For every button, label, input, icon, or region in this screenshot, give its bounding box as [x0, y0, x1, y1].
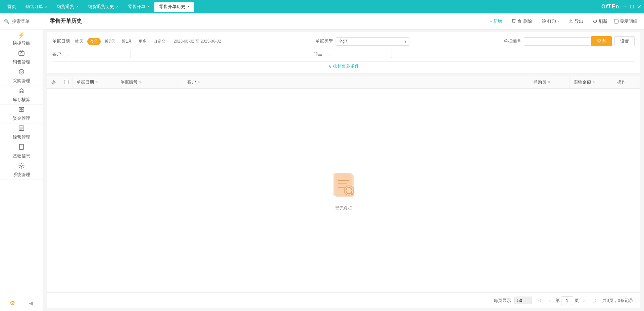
customer-more-icon[interactable]: ···: [132, 51, 137, 57]
th-guide[interactable]: 导购员 ⇅: [529, 76, 569, 88]
tab-sales-return[interactable]: 销货退货 ×: [52, 2, 83, 12]
th-amount[interactable]: 实销金额 ⇅: [569, 76, 613, 88]
refresh-button[interactable]: 刷新: [590, 17, 610, 26]
svg-point-1: [21, 53, 22, 54]
page-input[interactable]: [561, 296, 573, 305]
inventory-icon: [18, 88, 24, 95]
export-button[interactable]: 导出: [566, 17, 586, 26]
svg-point-8: [20, 165, 22, 167]
sidebar-item-inventory[interactable]: 库存核算: [0, 86, 43, 105]
shortcut-custom[interactable]: 自定义: [151, 38, 168, 45]
page-nav: ⟨⟨ ＜ 第 页 ＞ ⟩⟩: [535, 296, 599, 305]
collapse-sidebar-icon[interactable]: ◀: [29, 300, 33, 306]
print-button[interactable]: 打印 ▾: [539, 17, 562, 26]
per-page-select[interactable]: 20 50 100: [514, 297, 532, 304]
goods-more-icon[interactable]: ···: [393, 51, 398, 57]
sidebar-item-base-info[interactable]: 基础信息: [0, 142, 43, 161]
filter-area: 单据日期 昨天 今天 近7天 近1月 更多 自定义 2023-06-02 至 2…: [47, 32, 640, 73]
minimize-icon[interactable]: ─: [623, 4, 627, 10]
date-filter-label: 单据日期: [52, 38, 70, 44]
tab-sales-order[interactable]: 销售订单 ×: [21, 2, 52, 12]
refresh-icon: [593, 18, 597, 24]
select-all-checkbox[interactable]: [64, 80, 68, 84]
first-page-button[interactable]: ⟨⟨: [535, 296, 544, 305]
th-date[interactable]: 单据日期 ⇅: [72, 76, 116, 88]
collapse-bar[interactable]: ∧ 收起更多条件: [52, 61, 635, 70]
goods-input[interactable]: [325, 50, 392, 58]
sidebar-item-label: 资金管理: [13, 115, 30, 121]
tab-home[interactable]: 首页: [3, 2, 21, 12]
guide-sort-icon: ⇅: [548, 80, 550, 84]
close-icon[interactable]: ×: [147, 4, 150, 9]
next-page-button[interactable]: ＞: [580, 296, 589, 305]
display-detail-checkbox[interactable]: 显示明细: [614, 18, 637, 24]
customer-filter-label: 客户: [52, 51, 61, 57]
svg-point-11: [53, 82, 54, 83]
th-customer[interactable]: 客户 ⇅: [183, 76, 529, 88]
sidebar-item-finance[interactable]: 资金管理: [0, 105, 43, 123]
amount-sort-icon: ⇅: [592, 80, 595, 84]
close-icon[interactable]: ×: [45, 4, 47, 9]
brand-label: OfTEn: [601, 4, 619, 10]
tab-retail-order[interactable]: 零售开单 ×: [123, 2, 154, 12]
th-amount-label: 实销金额: [574, 79, 591, 85]
close-icon[interactable]: ×: [187, 4, 190, 9]
settings-icon[interactable]: ⚙: [10, 300, 15, 307]
sidebar-item-system[interactable]: 系统管理: [0, 161, 43, 180]
window-controls: ─ □ ✕: [623, 4, 641, 10]
close-icon[interactable]: ×: [116, 4, 118, 9]
last-page-button[interactable]: ⟩⟩: [590, 296, 599, 305]
setting-button[interactable]: 设置: [614, 36, 635, 46]
sidebar-item-operations[interactable]: 经营管理: [0, 123, 43, 142]
shortcut-7days[interactable]: 近7天: [102, 38, 118, 45]
th-check[interactable]: [60, 76, 72, 88]
add-button[interactable]: + 新增: [487, 17, 505, 26]
sidebar-item-quick-nav[interactable]: ⚡ 快捷导航: [0, 30, 43, 48]
delete-button[interactable]: 🗑 删除: [509, 17, 535, 26]
prev-page-button[interactable]: ＜: [545, 296, 554, 305]
customer-sort-icon: ⇅: [197, 80, 200, 84]
table-header: 单据日期 ⇅ 单据编号 ⇅ 客户 ⇅ 导购员 ⇅ 实销金额 ⇅: [47, 76, 640, 89]
page-label: 第: [555, 298, 560, 304]
page-header: 零售开单历史 + 新增 🗑 删除 打印 ▾: [43, 13, 644, 30]
sidebar: 🔍 搜索菜单 ⚡ 快捷导航 销售管理 采: [0, 13, 43, 311]
th-settings[interactable]: [47, 76, 60, 88]
query-button[interactable]: 查询: [591, 36, 612, 46]
sidebar-item-label: 经营管理: [13, 134, 30, 140]
filter-right-buttons: 查询 设置: [591, 36, 635, 46]
table-wrap: 单据日期 ⇅ 单据编号 ⇅ 客户 ⇅ 导购员 ⇅ 实销金额 ⇅: [47, 76, 640, 308]
order-no-filter-label: 单据编号: [504, 38, 521, 44]
pagination-bar: 每页显示 20 50 100 ⟨⟨ ＜ 第 页 ＞ ⟩⟩: [47, 292, 640, 308]
svg-point-2: [19, 69, 24, 74]
th-action-label: 操作: [617, 79, 626, 85]
quick-nav-icon: ⚡: [18, 32, 25, 39]
tab-retail-history[interactable]: 零售开单历史 ×: [154, 2, 194, 12]
tab-retail-history-label: 零售开单历史: [159, 4, 185, 10]
th-order-no[interactable]: 单据编号 ⇅: [116, 76, 183, 88]
date-range-display: 2023-06-02 至 2023-06-02: [174, 39, 221, 44]
sidebar-item-sales-mgmt[interactable]: 销售管理: [0, 48, 43, 67]
sidebar-search[interactable]: 🔍 搜索菜单: [0, 13, 43, 30]
page-suffix: 页: [575, 298, 579, 304]
sidebar-item-purchase-mgmt[interactable]: 采购管理: [0, 67, 43, 86]
display-detail-input[interactable]: [614, 19, 618, 23]
shortcut-1month[interactable]: 近1月: [119, 38, 135, 45]
th-action: 操作: [613, 76, 640, 88]
type-select[interactable]: 全部: [336, 37, 409, 46]
maximize-icon[interactable]: □: [630, 4, 634, 10]
svg-rect-0: [19, 51, 24, 55]
delete-label: 🗑 删除: [517, 18, 532, 24]
shortcut-more[interactable]: 更多: [136, 38, 149, 45]
close-window-icon[interactable]: ✕: [637, 4, 641, 10]
sidebar-item-label: 销售管理: [13, 59, 30, 65]
shortcut-today[interactable]: 今天: [87, 38, 101, 45]
sidebar-item-label: 基础信息: [13, 153, 30, 159]
close-icon[interactable]: ×: [76, 4, 79, 9]
search-icon: 🔍: [4, 19, 9, 24]
order-no-input[interactable]: [524, 37, 591, 46]
tab-sales-return-history[interactable]: 销货退货历史 ×: [83, 2, 123, 12]
tab-sales-return-history-label: 销货退货历史: [88, 4, 114, 10]
sales-mgmt-icon: [18, 50, 24, 58]
customer-input[interactable]: [64, 50, 131, 58]
shortcut-yesterday[interactable]: 昨天: [72, 38, 86, 45]
